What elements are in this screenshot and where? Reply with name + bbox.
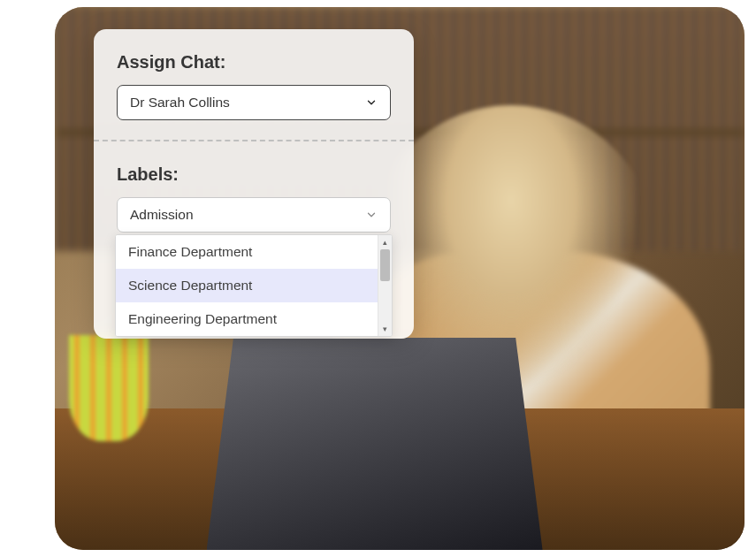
labels-dropdown: Finance DepartmentScience DepartmentEngi…: [115, 234, 393, 337]
assign-select[interactable]: Dr Sarah Collins: [117, 85, 391, 120]
chevron-down-icon: [365, 209, 378, 221]
labels-select[interactable]: Admission: [117, 197, 391, 233]
labels-label: Labels:: [117, 164, 391, 185]
labels-option[interactable]: Finance Department: [116, 235, 378, 269]
dropdown-scrollbar[interactable]: ▴ ▾: [378, 235, 392, 336]
scroll-up-arrow[interactable]: ▴: [378, 235, 392, 249]
pencil-holder-decor: [69, 335, 149, 441]
chevron-down-icon: [365, 96, 378, 109]
labels-select-value: Admission: [130, 207, 194, 222]
laptop-decor: [207, 338, 543, 550]
labels-section: Labels: Admission Finance DepartmentScie…: [94, 141, 414, 339]
assign-select-value: Dr Sarah Collins: [130, 95, 230, 110]
assign-section: Assign Chat: Dr Sarah Collins: [94, 29, 414, 140]
labels-option[interactable]: Engineering Department: [116, 302, 378, 336]
labels-option[interactable]: Science Department: [116, 269, 378, 302]
assign-chat-panel: Assign Chat: Dr Sarah Collins Labels: Ad…: [94, 29, 414, 339]
scroll-down-arrow[interactable]: ▾: [378, 322, 392, 336]
scroll-thumb[interactable]: [380, 249, 390, 281]
assign-label: Assign Chat:: [117, 52, 391, 72]
